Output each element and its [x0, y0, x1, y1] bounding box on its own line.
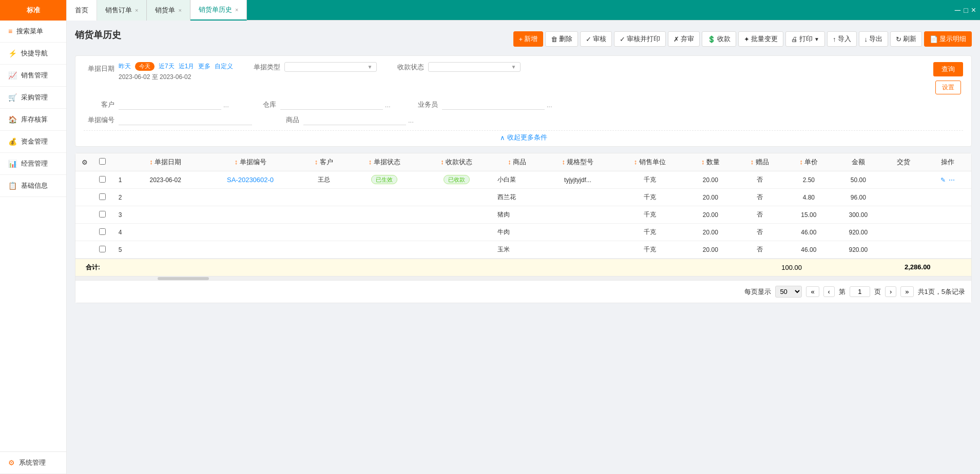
- row-checkbox[interactable]: [99, 211, 106, 218]
- th-doc-date-label: 单据日期: [155, 158, 181, 166]
- print-button[interactable]: 🖨 打印 ▼: [785, 31, 825, 47]
- approve-print-button[interactable]: ✓ 审核并打印: [614, 31, 666, 47]
- doc-type-dropdown-icon: ▼: [367, 64, 372, 70]
- sidebar-item-operations[interactable]: 📊 经营管理: [0, 153, 66, 175]
- th-trade: 交货: [883, 153, 924, 171]
- scroll-thumb[interactable]: [158, 277, 209, 280]
- table-header: ⚙ ↕ 单据日期 ↕ 单据编号: [75, 153, 971, 171]
- th-payment-status[interactable]: ↕ 收款状态: [420, 153, 492, 171]
- page-number-input[interactable]: [850, 286, 870, 297]
- sidebar-item-finance[interactable]: 💰 资金管理: [0, 131, 66, 153]
- finance-icon: 💰: [8, 137, 17, 146]
- delete-icon: 🗑: [551, 35, 558, 43]
- customer-input[interactable]: [119, 100, 221, 110]
- th-doc-no[interactable]: ↕ 单据编号: [201, 153, 299, 171]
- salesperson-ellipsis[interactable]: ...: [547, 101, 552, 109]
- td-seq: 4: [111, 224, 129, 241]
- total-info: 共1页，5条记录: [918, 287, 965, 297]
- tab-sales-history-close[interactable]: ×: [235, 7, 238, 13]
- customer-ellipsis[interactable]: ...: [223, 101, 229, 109]
- tab-sales-order-close[interactable]: ×: [135, 7, 138, 13]
- docno-input[interactable]: [119, 115, 252, 125]
- doc-type-select[interactable]: ▼: [284, 62, 377, 72]
- tab-sales-order[interactable]: 销售订单 ×: [97, 0, 147, 21]
- td-actions: [924, 224, 971, 241]
- warehouse-input[interactable]: [280, 100, 383, 110]
- query-button[interactable]: 查询: [933, 62, 963, 76]
- table-settings-icon[interactable]: ⚙: [82, 159, 88, 166]
- approve-button[interactable]: ✓ 审核: [580, 31, 612, 47]
- tab-sales-goods[interactable]: 销货单 ×: [147, 0, 190, 21]
- add-icon: +: [519, 35, 523, 43]
- sidebar-item-basic-info[interactable]: 📋 基础信息: [0, 175, 66, 197]
- add-button[interactable]: + 新增: [513, 31, 544, 47]
- batch-change-button[interactable]: ✦ 批量变更: [738, 31, 783, 47]
- date-tab-custom[interactable]: 自定义: [215, 62, 233, 71]
- collect-button[interactable]: 💲 收款: [702, 31, 736, 47]
- date-tab-yesterday[interactable]: 昨天: [119, 62, 131, 71]
- sidebar-item-purchase-mgmt[interactable]: 🛒 采购管理: [0, 87, 66, 109]
- prev-page-btn[interactable]: ‹: [823, 286, 835, 297]
- first-page-btn[interactable]: «: [806, 286, 819, 297]
- minimize-btn[interactable]: ─: [955, 6, 960, 15]
- customer-input-wrap: ...: [119, 100, 229, 110]
- td-unit: 千克: [614, 189, 686, 206]
- doc-no-link[interactable]: SA-20230602-0: [227, 176, 274, 184]
- td-gift: 否: [735, 241, 784, 259]
- td-quantity: 20.00: [686, 189, 735, 206]
- settings-button[interactable]: 设置: [935, 81, 961, 94]
- import-button[interactable]: ↑ 导入: [827, 31, 857, 47]
- row-checkbox[interactable]: [99, 193, 106, 200]
- salesperson-input[interactable]: [442, 100, 545, 110]
- warehouse-ellipsis[interactable]: ...: [385, 101, 391, 109]
- th-goods[interactable]: ↕ 商品: [492, 153, 542, 171]
- th-quantity[interactable]: ↕ 数量: [686, 153, 735, 171]
- date-tab-7days[interactable]: 近7天: [159, 62, 175, 71]
- sidebar-item-sys-mgmt[interactable]: ⚙ 系统管理: [0, 452, 66, 474]
- th-doc-status-label: 单据状态: [374, 158, 400, 166]
- th-spec[interactable]: ↕ 规格型号: [542, 153, 613, 171]
- abandon-button[interactable]: ✗ 弃审: [668, 31, 700, 47]
- th-doc-date[interactable]: ↕ 单据日期: [129, 153, 201, 171]
- th-gift[interactable]: ↕ 赠品: [735, 153, 784, 171]
- operations-icon: 📊: [8, 160, 17, 168]
- tab-sales-history[interactable]: 销货单历史 ×: [190, 0, 247, 21]
- date-tabs: 昨天 今天 近7天 近1月 更多 自定义: [119, 62, 233, 71]
- sidebar-item-search-menu[interactable]: ≡ 搜索菜单: [0, 21, 66, 43]
- row-checkbox[interactable]: [99, 228, 106, 235]
- sidebar-item-inventory[interactable]: 🏠 库存核算: [0, 109, 66, 131]
- close-window-btn[interactable]: ×: [971, 6, 976, 15]
- row-checkbox[interactable]: [99, 176, 106, 183]
- display-detail-button[interactable]: 📄 显示明细: [924, 31, 972, 47]
- td-quantity: 20.00: [686, 171, 735, 189]
- th-customer[interactable]: ↕ 客户: [299, 153, 349, 171]
- tab-sales-goods-close[interactable]: ×: [178, 7, 181, 13]
- th-price[interactable]: ↕ 单价: [784, 153, 833, 171]
- payment-status-select[interactable]: ▼: [428, 62, 521, 72]
- delete-button[interactable]: 🗑 删除: [545, 31, 578, 47]
- filter-row-1-items: 单据日期 昨天 今天 近7天 近1月 更多 自定义 2023-06-02 至 2…: [84, 62, 925, 82]
- tab-home[interactable]: 首页: [67, 0, 97, 21]
- last-page-btn[interactable]: »: [900, 286, 913, 297]
- collapse-conditions-btn[interactable]: ∧ 收起更多条件: [84, 130, 963, 144]
- select-all-checkbox[interactable]: [99, 158, 106, 165]
- date-tab-more[interactable]: 更多: [198, 62, 210, 71]
- sidebar-item-quick-nav[interactable]: ⚡ 快捷导航: [0, 43, 66, 65]
- next-page-btn[interactable]: ›: [885, 286, 896, 297]
- export-button[interactable]: ↓ 导出: [859, 31, 889, 47]
- sidebar-item-sales-mgmt[interactable]: 📈 销售管理: [0, 65, 66, 87]
- refresh-button[interactable]: ↻ 刷新: [890, 31, 922, 47]
- maximize-btn[interactable]: □: [964, 6, 968, 14]
- goods-ellipsis[interactable]: ...: [408, 116, 414, 124]
- per-page-select[interactable]: 50 100 200: [775, 286, 802, 298]
- th-unit[interactable]: ↕ 销售单位: [614, 153, 686, 171]
- row-checkbox[interactable]: [99, 246, 106, 252]
- date-tab-1month[interactable]: 近1月: [179, 62, 195, 71]
- th-doc-status[interactable]: ↕ 单据状态: [349, 153, 420, 171]
- date-tab-today[interactable]: 今天: [135, 62, 155, 71]
- horizontal-scrollbar[interactable]: [75, 276, 971, 280]
- td-doc-no: [201, 241, 299, 259]
- goods-input[interactable]: [303, 115, 406, 125]
- more-action-btn[interactable]: ⋯: [949, 176, 955, 184]
- edit-action-btn[interactable]: ✎: [940, 176, 946, 184]
